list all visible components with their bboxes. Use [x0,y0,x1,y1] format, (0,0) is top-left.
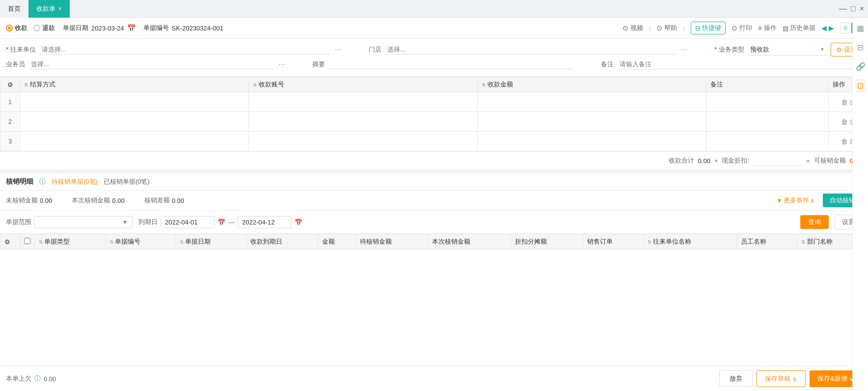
th-gear[interactable]: ⚙ [0,77,20,92]
cal-from-icon[interactable]: 📅 [217,219,225,226]
th-amount-label: 金额 [322,238,335,245]
th-amount: 金额 [318,234,356,250]
th-action-label: 操作 [833,81,845,88]
no-label: 单据编号 [143,24,169,32]
row-remark-1[interactable] [706,92,829,112]
plus-sign: + [714,157,718,165]
range-chevron: ▼ [122,219,128,226]
salesperson-more-icon[interactable]: ··· [278,60,285,69]
table-container: ⚙ ⇅ 结算方式 ⇅ 收款账号 ⇅ 收款金额 备注 [0,77,868,151]
help-label: 帮助 [664,24,677,32]
row-account-1[interactable] [249,92,478,112]
table-row: 1 🗑 ⊞ [0,92,868,112]
prev-info-icon[interactable]: ⓘ [34,374,41,383]
gear-bottom-icon[interactable]: ⚙ [4,238,10,246]
cal-to-icon[interactable]: 📅 [295,219,302,226]
row-account-3[interactable] [249,132,478,151]
pending-tab[interactable]: 待核销单据(0笔) [52,177,98,186]
prev-label: 本单上欠 [6,374,31,383]
range-select[interactable]: ▼ [34,216,133,228]
sidebar-list-icon[interactable]: ⊟ [855,41,866,54]
tab-bar: 首页 收款单 × — □ × [0,0,868,18]
window-min-btn[interactable]: — [839,4,847,13]
tab-close-icon[interactable]: × [58,5,62,12]
salesperson-label: 业务员 [6,60,25,69]
th-checkbox[interactable] [20,234,35,250]
counterpart-input[interactable] [40,45,330,55]
tab-home-label: 首页 [8,4,21,13]
row-account-2[interactable] [249,112,478,132]
radio-refund[interactable]: 退款 [33,24,55,32]
sidebar-link-icon[interactable]: 🔗 [854,60,868,73]
th-doc-date: ⇅ 单据日期 [176,234,246,250]
delete-icon-1[interactable]: 🗑 [841,98,848,106]
row-settle-1[interactable] [20,92,249,112]
due-to-input[interactable] [238,216,292,228]
radio-refund-label: 退款 [42,24,55,32]
delete-icon-3[interactable]: 🗑 [841,138,848,145]
business-type-chevron: ▼ [820,47,825,52]
row-amount-1[interactable] [478,92,706,112]
shortcut-btn[interactable]: ⊟ 快捷键 [691,22,726,34]
hexiao-info-icon[interactable]: ⓘ [39,177,46,186]
view-list-btn[interactable]: ≡ [840,23,850,33]
business-type-select[interactable]: 预收款 ▼ [748,44,827,56]
discard-btn[interactable]: 放弃 [719,370,753,387]
amount-sort-icon: ⇅ [482,82,486,87]
salesperson-input[interactable] [29,59,273,69]
current-stat: 本次核销金额 0.00 [72,196,124,205]
delete-icon-2[interactable]: 🗑 [841,118,848,126]
settings-gear-icon: ⚙ [836,46,842,54]
radio-receipt[interactable]: 收款 [6,24,27,32]
row-settle-2[interactable] [20,112,249,132]
nav-next-icon[interactable]: ▶ [829,24,834,32]
discount-label: 现金折扣: [722,156,749,165]
draft-btn[interactable]: 保存草稿 ∨ [757,370,806,387]
tab-receipt[interactable]: 收款单 × [28,0,70,18]
sidebar-table-icon[interactable]: ▦ [855,22,866,35]
operation-label: 操作 [764,24,777,32]
data-table: ⚙ ⇅ 结算方式 ⇅ 收款账号 ⇅ 收款金额 备注 [0,77,868,151]
row-remark-3[interactable] [706,132,829,151]
discount-input[interactable] [753,156,802,166]
counterpart-more-icon[interactable]: ··· [335,45,341,54]
business-type-value: 预收款 [750,45,769,54]
account-sort-icon: ⇅ [253,82,257,87]
window-close-btn[interactable]: × [860,4,864,13]
operation-btn[interactable]: ≡ 操作 [758,24,777,32]
due-from-input[interactable] [161,216,215,228]
video-btn[interactable]: ⊙ 视频 [623,24,643,32]
calendar-icon[interactable]: 📅 [127,24,136,32]
store-input[interactable] [385,45,676,55]
print-btn[interactable]: ⊙ 打印 [732,24,752,32]
range-field: 单据范围 ▼ [6,216,133,228]
remark-input[interactable] [618,59,862,69]
tab-home[interactable]: 首页 [0,0,28,18]
row-settle-3[interactable] [20,132,249,151]
row-num-1: 1 [0,92,20,112]
sidebar-edit-icon[interactable]: ⊡ [855,79,866,92]
row-num-3: 3 [0,132,20,151]
th-account-label: 收款账号 [259,81,284,88]
help-btn[interactable]: ⊙ 帮助 [656,24,677,32]
th-due-date: 收款到期日 [246,234,318,250]
diff-label: 核销差额 [144,196,170,205]
window-max-btn[interactable]: □ [851,4,856,13]
more-conditions-btn[interactable]: ▼ 更多条件 ∧ [776,196,815,205]
th-current-hexiao: 本次核销金额 [428,234,511,250]
doc-type-sort: ⇅ [39,239,43,245]
th-amount-label: 收款金额 [488,81,513,88]
row-amount-2[interactable] [478,112,706,132]
row-remark-2[interactable] [706,112,829,132]
row-amount-3[interactable] [478,132,706,151]
done-tab[interactable]: 已核销单据(0笔) [104,177,150,186]
nav-prev-icon[interactable]: ◀ [821,24,827,32]
abstract-input[interactable] [329,59,573,69]
footer: 本单上欠 ⓘ 0.00 放弃 保存草稿 ∨ 保存&新增 ∨ [0,366,868,391]
footer-btns: 放弃 保存草稿 ∨ 保存&新增 ∨ [719,370,862,387]
select-all-checkbox[interactable] [24,238,30,244]
th-current-hexiao-label: 本次核销金额 [432,238,470,245]
history-btn[interactable]: ▤ 历史单据 [783,24,815,32]
query-btn[interactable]: 查询 [800,215,829,229]
store-more-icon[interactable]: ··· [680,45,687,54]
